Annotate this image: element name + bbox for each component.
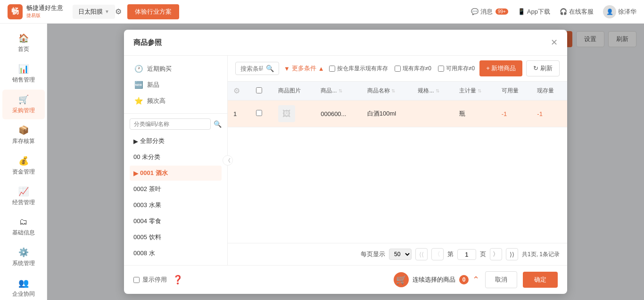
checkbox-group: 按仓库显示现有库存 现有库存≠0 可用库存≠0 [329,65,475,73]
checkbox-avail-nonzero[interactable]: 可用库存≠0 [438,65,475,73]
category-4[interactable]: 0004 零食 [130,214,222,229]
recent-purchase-tab[interactable]: 🕐 近期购买 [130,61,222,76]
show-disabled-input[interactable] [133,277,140,283]
arrow-icon: ▶ [133,138,138,145]
first-page-button[interactable]: ⟨⟨ [415,248,428,260]
next-page-button[interactable]: 〉 [490,248,502,260]
category-1[interactable]: ▶ 0001 酒水 [130,166,222,181]
online-service-button[interactable]: 🎧 在线客服 [560,8,594,16]
new-product-tab[interactable]: 🆕 新品 [130,77,222,92]
category-search-input[interactable] [130,118,211,130]
row-checkbox-cell [250,100,272,127]
frequent-tab[interactable]: ⭐ 频次高 [130,93,222,108]
search-icon[interactable]: 🔍 [266,65,274,72]
cont-select-label: 连续选择的商品 [413,275,455,284]
per-page-label: 每页显示 [361,250,385,258]
sidebar-item-finance[interactable]: 💰 资金管理 [2,151,45,181]
sidebar-item-system[interactable]: ⚙️ 系统管理 [2,242,45,272]
col-avail: 可用量 [496,82,532,100]
sort-icon-unit: ⇅ [478,88,481,93]
category-6-label: 0008 水 [133,249,155,258]
checkbox-avail-nonzero-input[interactable] [438,66,444,72]
col-name: 商品名称 ⇅ [362,82,413,100]
sidebar-item-sales[interactable]: 📊 销售管理 [2,59,45,89]
category-search: 🔍 [130,118,222,130]
row-unit: 瓶 [454,100,496,127]
per-page-select[interactable]: 50 [389,249,412,260]
message-label: 消息 [480,8,493,16]
refresh-table-button[interactable]: ↻ 刷新 [526,60,560,76]
checkbox-stock-nonzero-label: 现有库存≠0 [403,65,431,73]
col-unit-label: 主计量 [459,87,476,94]
add-product-button[interactable]: + 新增商品 [479,60,522,76]
category-4-label: 0004 零食 [133,217,161,225]
category-0[interactable]: 00 未分类 [130,150,222,165]
product-table: ⚙ 商品图片 商品... ⇅ 商品名称 ⇅ 规格... ⇅ 主计量 ⇅ 可用量 [228,82,567,127]
message-button[interactable]: 💬 消息 99+ [471,8,508,16]
more-filter-button[interactable]: ▼ 更多条件 ▲ [284,64,324,73]
help-icon[interactable]: ❓ [173,275,183,285]
collapse-cart-button[interactable]: ⌃ [472,275,479,285]
app-download-button[interactable]: 📱 App下载 [518,8,550,16]
modal-close-button[interactable]: ✕ [551,37,558,48]
category-2[interactable]: 0002 茶叶 [130,182,222,197]
new-icon: 🆕 [134,81,143,89]
column-settings-icon[interactable]: ⚙ [233,87,240,95]
app-icon: 📱 [518,8,525,15]
user-profile[interactable]: 👤 徐泽华 [603,5,636,18]
col-avail-label: 可用量 [502,87,519,94]
store-selector[interactable]: 日太阳膜 ▼ [73,5,115,19]
sidebar-label-purchase: 采购管理 [12,107,35,115]
table-row[interactable]: 1 🖼 000600... 白酒100ml 瓶 [228,100,567,127]
sidebar-item-home[interactable]: 🏠 首页 [2,28,45,58]
sidebar-item-base[interactable]: 🗂 基础信息 [2,212,45,242]
sidebar-item-inventory[interactable]: 📦 库存核算 [2,120,45,150]
sidebar-item-ops[interactable]: 📈 经营管理 [2,182,45,211]
col-spec: 规格... ⇅ [412,82,453,100]
nav-right: 💬 消息 99+ 📱 App下载 🎧 在线客服 👤 徐泽华 [471,5,636,18]
gear-icon[interactable]: ⚙ [115,7,122,16]
product-search-input[interactable] [240,65,263,72]
confirm-button[interactable]: 确定 [523,272,558,288]
category-5[interactable]: 0005 饮料 [130,230,222,245]
checkbox-stock-nonzero-input[interactable] [395,66,401,72]
filter-label: 更多条件 [292,64,316,73]
checkbox-by-warehouse-input[interactable] [329,66,335,72]
category-all[interactable]: ▶ 全部分类 [130,133,222,149]
sidebar-label-home: 首页 [18,45,29,53]
cancel-button[interactable]: 取消 [485,271,517,288]
col-image: 商品图片 [272,82,315,100]
row-image-cell: 🖼 [272,100,315,127]
page-number-input[interactable] [457,249,476,260]
row-checkbox[interactable] [256,110,262,116]
finance-icon: 💰 [18,156,29,166]
col-stock-label: 现存量 [537,87,554,94]
modal-header: 商品参照 ✕ [124,30,567,56]
cart-icon-wrap: 🛒 [394,272,409,287]
prev-page-button[interactable]: 〈 [431,248,444,260]
checkbox-by-warehouse[interactable]: 按仓库显示现有库存 [329,65,388,73]
store-name: 日太阳膜 [78,8,103,16]
show-disabled-checkbox[interactable]: 显示停用 [133,275,167,284]
headphone-icon: 🎧 [560,8,567,15]
logo-text: 畅捷通好生意 [26,4,63,12]
last-page-button[interactable]: ⟩⟩ [506,248,518,260]
category-6[interactable]: 0008 水 [130,246,222,259]
exp-industry-button[interactable]: 体验行业方案 [127,4,179,19]
sort-icon-spec: ⇅ [436,88,439,93]
checkbox-by-warehouse-label: 按仓库显示现有库存 [337,65,388,73]
select-all-checkbox[interactable] [256,87,262,93]
table-header-row: ⚙ 商品图片 商品... ⇅ 商品名称 ⇅ 规格... ⇅ 主计量 ⇅ 可用量 [228,82,567,100]
cart-icon[interactable]: 🛒 [394,272,409,287]
category-3[interactable]: 0003 水果 [130,198,222,213]
sort-icon-name: ⇅ [391,88,395,93]
collapse-panel-button[interactable]: 《 [223,155,233,166]
search-icon[interactable]: 🔍 [214,120,222,128]
category-all-label: 全部分类 [140,137,165,145]
sidebar-label-finance: 资金管理 [12,168,35,176]
sidebar-item-purchase[interactable]: 🛒 采购管理 [2,90,45,119]
checkbox-stock-nonzero[interactable]: 现有库存≠0 [395,65,431,73]
sort-icon: ⇅ [339,88,342,93]
row-code: 000600... [315,100,362,127]
sidebar-item-collab[interactable]: 👥 企业协同 [2,273,45,300]
